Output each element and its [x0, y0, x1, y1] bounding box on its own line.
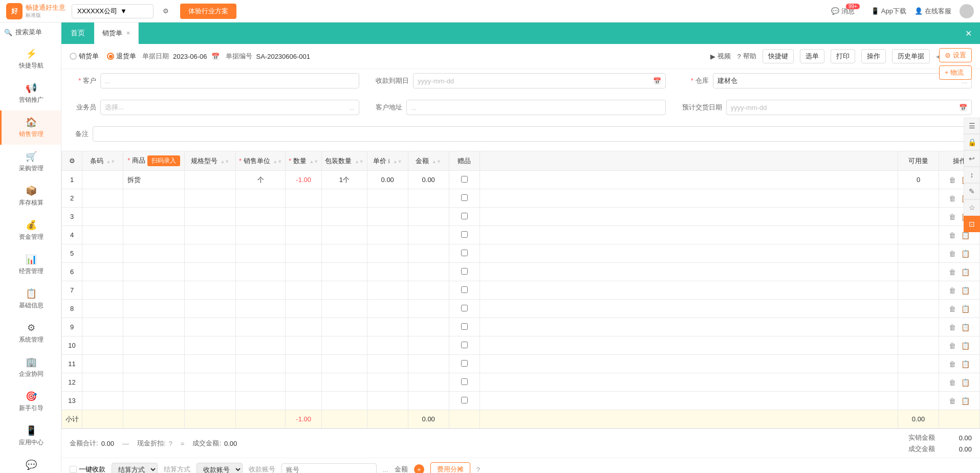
delete-icon[interactable]: 🗑	[949, 231, 956, 239]
sidebar-item-finance[interactable]: 💰 资金管理	[0, 213, 61, 247]
row-product[interactable]	[123, 373, 185, 392]
row-gift[interactable]	[449, 263, 480, 281]
copy-icon[interactable]: 📋	[961, 342, 970, 350]
row-amount[interactable]	[408, 318, 449, 336]
sidebar-item-appstore[interactable]: 📱 应用中心	[0, 419, 61, 453]
row-unit[interactable]	[236, 263, 286, 281]
row-barcode[interactable]	[82, 226, 123, 244]
row-qty[interactable]	[286, 244, 322, 263]
row-gift[interactable]	[449, 208, 480, 226]
row-unit[interactable]	[236, 281, 286, 300]
help-action[interactable]: ? 帮助	[737, 52, 756, 61]
tab-home[interactable]: 首页	[61, 22, 94, 44]
row-spec[interactable]	[185, 336, 236, 355]
row-product[interactable]	[123, 336, 185, 355]
row-amount[interactable]	[408, 226, 449, 244]
row-amount[interactable]	[408, 263, 449, 281]
notes-input[interactable]	[93, 126, 972, 142]
delete-icon[interactable]: 🗑	[949, 397, 956, 405]
row-price[interactable]	[367, 244, 408, 263]
delete-icon[interactable]: 🗑	[949, 360, 956, 368]
row-barcode[interactable]	[82, 336, 123, 355]
warehouse-input[interactable]: 建材仓 ...	[713, 73, 972, 88]
add-payment-button[interactable]: +	[414, 464, 424, 473]
shortcut-button[interactable]: 快捷键	[763, 49, 794, 63]
row-unit[interactable]	[236, 355, 286, 373]
row-pkgqty[interactable]	[322, 244, 367, 263]
radio-sale[interactable]: 销货单	[70, 52, 99, 61]
row-barcode[interactable]	[82, 392, 123, 410]
row-pkgqty[interactable]	[322, 226, 367, 244]
float-icon-7[interactable]: ⊡	[964, 216, 980, 232]
sidebar-item-system[interactable]: ⚙ 系统管理	[0, 316, 61, 350]
row-barcode[interactable]	[82, 244, 123, 263]
row-price[interactable]	[367, 300, 408, 318]
print-button[interactable]: 打印	[831, 49, 855, 63]
sidebar-item-marketing[interactable]: 📢 营销推广	[0, 76, 61, 110]
delete-icon[interactable]: 🗑	[949, 378, 956, 387]
row-pkgqty[interactable]	[322, 336, 367, 355]
row-unit[interactable]	[236, 336, 286, 355]
row-product[interactable]	[123, 189, 185, 208]
payment-method-select[interactable]: 结算方式	[112, 463, 158, 474]
row-price[interactable]	[367, 226, 408, 244]
row-qty[interactable]	[286, 208, 322, 226]
row-amount[interactable]: 0.00	[408, 171, 449, 189]
sidebar-item-operations[interactable]: 📊 经营管理	[0, 247, 61, 282]
row-unit[interactable]	[236, 244, 286, 263]
row-qty[interactable]	[286, 189, 322, 208]
copy-icon[interactable]: 📋	[961, 286, 970, 295]
customer-address-input[interactable]: ...	[406, 100, 665, 115]
row-product[interactable]	[123, 355, 185, 373]
row-gift[interactable]	[449, 281, 480, 300]
float-icon-6[interactable]: ☆	[964, 199, 980, 216]
row-barcode[interactable]	[82, 355, 123, 373]
row-gift[interactable]	[449, 226, 480, 244]
row-product[interactable]	[123, 281, 185, 300]
row-qty[interactable]	[286, 373, 322, 392]
company-selector[interactable]: XXXXXX公司 ▼	[72, 4, 154, 18]
row-amount[interactable]	[408, 244, 449, 263]
row-pkgqty[interactable]	[322, 355, 367, 373]
row-amount[interactable]	[408, 392, 449, 410]
expected-date-input[interactable]: yyyy-mm-dd 📅	[726, 100, 972, 115]
delete-icon[interactable]: 🗑	[949, 286, 956, 295]
row-pkgqty[interactable]	[322, 392, 367, 410]
sidebar-item-enterprise[interactable]: 🏢 企业协同	[0, 350, 61, 385]
delete-icon[interactable]: 🗑	[949, 305, 956, 313]
row-barcode[interactable]	[82, 171, 123, 189]
row-qty[interactable]	[286, 355, 322, 373]
row-spec[interactable]	[185, 392, 236, 410]
delete-icon[interactable]: 🗑	[949, 250, 956, 258]
tab-sale-order[interactable]: 销货单 ×	[94, 22, 139, 44]
logistics-button[interactable]: + 物流	[939, 65, 972, 80]
row-spec[interactable]	[185, 355, 236, 373]
row-spec[interactable]	[185, 244, 236, 263]
row-price[interactable]	[367, 189, 408, 208]
copy-icon[interactable]: 📋	[961, 268, 970, 276]
row-spec[interactable]	[185, 281, 236, 300]
radio-return[interactable]: 退货单	[107, 52, 136, 61]
row-pkgqty[interactable]	[322, 300, 367, 318]
row-barcode[interactable]	[82, 300, 123, 318]
copy-icon[interactable]: 📋	[961, 250, 970, 258]
row-barcode[interactable]	[82, 189, 123, 208]
row-product[interactable]: 拆货	[123, 171, 185, 189]
row-spec[interactable]	[185, 226, 236, 244]
copy-icon[interactable]: 📋	[961, 378, 970, 387]
row-spec[interactable]	[185, 373, 236, 392]
row-amount[interactable]	[408, 189, 449, 208]
video-action[interactable]: ▶ 视频	[710, 52, 731, 61]
row-amount[interactable]	[408, 355, 449, 373]
row-amount[interactable]	[408, 208, 449, 226]
row-price[interactable]: 0.00	[367, 171, 408, 189]
row-gift[interactable]	[449, 300, 480, 318]
row-price[interactable]	[367, 373, 408, 392]
sidebar-item-guide[interactable]: 🎯 新手引导	[0, 385, 61, 419]
row-unit[interactable]	[236, 318, 286, 336]
select-button[interactable]: 选单	[800, 49, 824, 63]
fee-split-button[interactable]: 费用分摊	[430, 462, 470, 473]
float-icon-4[interactable]: ↕	[964, 167, 980, 183]
copy-icon[interactable]: 📋	[961, 323, 970, 331]
row-qty[interactable]	[286, 300, 322, 318]
